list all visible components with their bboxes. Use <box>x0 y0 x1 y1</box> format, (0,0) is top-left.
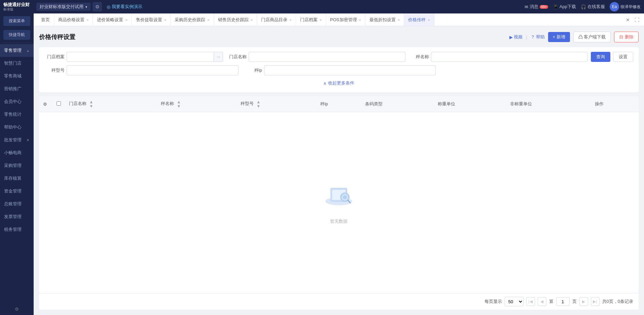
tab-price-scale[interactable]: 价格传秤 × <box>404 13 434 26</box>
close-icon[interactable]: × <box>125 18 127 22</box>
video-link[interactable]: ▶ 视频 <box>509 34 523 40</box>
table-settings-col[interactable]: ⚙ <box>39 96 52 112</box>
close-icon[interactable]: × <box>289 18 291 22</box>
sidebar-item-retail-management[interactable]: 零售管理 ▲ <box>0 44 34 57</box>
tab-sales-history[interactable]: 销售历史价跟踪 × <box>214 13 257 26</box>
sidebar-item-wholesale[interactable]: 批发管理 ▼ <box>0 134 34 146</box>
close-icon[interactable]: × <box>320 18 322 22</box>
tab-sale-extract[interactable]: 售价提取设置 × <box>132 13 171 26</box>
sidebar-item-label: 资金管理 <box>4 188 22 194</box>
tab-store-catalog[interactable]: 门店商品目录 × <box>257 13 296 26</box>
table-header-row: ⚙ 门店名称 ▲▼ 秤名称 ▲▼ <box>39 96 639 112</box>
sidebar-item-label: 批发管理 <box>4 137 22 143</box>
sidebar-item-finance[interactable]: 资金管理 <box>0 185 34 198</box>
sidebar-item-label: 会员中心 <box>4 99 22 105</box>
tab-label: 价格传秤 <box>408 17 426 23</box>
next-page-button[interactable]: ▶ <box>579 297 588 306</box>
close-icon[interactable]: × <box>428 18 430 22</box>
sidebar-item-purchase[interactable]: 采购管理 <box>0 159 34 172</box>
arrow-down-icon: ▼ <box>26 138 30 142</box>
sidebar-item-marketing[interactable]: 营销推广 <box>0 82 34 95</box>
chevron-down-icon: ▾ <box>85 5 87 9</box>
prev-page-button[interactable]: ◀ <box>538 297 546 306</box>
online-service-item[interactable]: 🎧 在线客服 <box>581 4 605 10</box>
version-label: 好业财标准版交付试用 <box>40 4 83 10</box>
query-button[interactable]: 查询 <box>591 52 610 62</box>
message-badge: 99+ <box>540 5 548 9</box>
sidebar-item-help-center[interactable]: 帮助中心 <box>0 121 34 134</box>
sidebar-item-member-center[interactable]: 会员中心 <box>0 95 34 108</box>
close-icon[interactable]: × <box>164 18 166 22</box>
collapse-button[interactable]: ∧ 收起更多条件 <box>44 79 633 88</box>
th-scale-model: 秤型号 ▲▼ <box>237 96 316 112</box>
quick-nav-button[interactable]: 快捷导航 <box>3 30 30 40</box>
version-selector[interactable]: 好业财标准版交付试用 ▾ <box>36 3 91 11</box>
help-link[interactable]: ？ 帮助 <box>531 34 545 40</box>
store-name-input[interactable] <box>249 52 405 62</box>
scale-name-input[interactable] <box>431 52 587 62</box>
tab-store-files[interactable]: 门店档案 × <box>296 13 326 26</box>
tab-purchase-strategy[interactable]: 进价策略设置 × <box>93 13 132 26</box>
sidebar-item-tax[interactable]: 税务管理 <box>0 223 34 236</box>
help-icon: ？ <box>531 34 535 40</box>
close-all-icon[interactable]: ✕ <box>624 16 631 23</box>
sidebar-item-retail-stats[interactable]: 零售统计 <box>0 108 34 121</box>
store-file-label: 门店档案 <box>44 54 65 60</box>
sidebar-item-invoice[interactable]: 发票管理 <box>0 210 34 223</box>
scale-name-label: 秤名称 <box>409 54 429 60</box>
tab-purchase-history[interactable]: 采购历史价跟踪 × <box>171 13 214 26</box>
close-icon[interactable]: × <box>398 18 400 22</box>
tab-home[interactable]: 首页 <box>37 13 54 26</box>
tab-min-discount[interactable]: 最低折扣设置 × <box>365 13 404 26</box>
message-item[interactable]: ✉ 消息 99+ <box>525 4 548 10</box>
sidebar-item-inventory[interactable]: 库存核算 <box>0 172 34 185</box>
settings-icon[interactable]: ⚙ <box>93 2 102 11</box>
page-input[interactable] <box>556 297 570 306</box>
tab-label: 售价提取设置 <box>136 17 162 23</box>
close-icon[interactable]: × <box>359 18 361 22</box>
store-file-input[interactable] <box>67 52 214 62</box>
first-page-button[interactable]: |◀ <box>526 297 535 306</box>
app-sub: 标准版 <box>3 7 34 11</box>
video-icon: ▶ <box>509 35 513 40</box>
sort-icon: ▲▼ <box>177 100 181 108</box>
app-download-item[interactable]: 📱 App下载 <box>553 4 576 10</box>
close-icon[interactable]: × <box>207 18 209 22</box>
sidebar-item-ecommerce[interactable]: 小畅电商 <box>0 146 34 159</box>
th-operation: 操作 <box>591 96 639 112</box>
demo-link[interactable]: ◎ 我要看实例演示 <box>107 4 142 10</box>
app-title: 畅捷通好业财 <box>3 2 34 7</box>
message-label: 消息 <box>530 4 538 10</box>
sidebar-gear-icon[interactable]: ⚙ <box>0 303 34 315</box>
sidebar-item-label: 帮助中心 <box>4 124 22 130</box>
message-icon: ✉ <box>525 4 528 9</box>
sidebar-item-retail-mall[interactable]: 零售商城 <box>0 70 34 82</box>
download-button[interactable]: 凸 客户端下载 <box>573 32 611 42</box>
sidebar-item-smart-store[interactable]: 智慧门店 <box>0 57 34 70</box>
sidebar-item-label: 发票管理 <box>4 214 22 220</box>
content-area: 首页 商品价格设置 × 进价策略设置 × 售价提取设置 × 采购历史价跟踪 × … <box>34 13 644 315</box>
sidebar-item-general-ledger[interactable]: 总账管理 <box>0 198 34 210</box>
page-content: 价格传秤设置 ▶ 视频 | ？ 帮助 + 新增 凸 客户端下载 自 删除 <box>34 26 644 315</box>
ellipsis-button[interactable]: ··· <box>214 52 223 62</box>
tab-product-price[interactable]: 商品价格设置 × <box>54 13 93 26</box>
per-page-select[interactable]: 10 20 50 100 <box>505 297 524 306</box>
select-all-checkbox[interactable] <box>57 101 61 106</box>
filter-row-1: 门店档案 ··· 门店名称 秤名称 <box>44 52 633 62</box>
close-icon[interactable]: × <box>251 18 253 22</box>
expand-icon[interactable]: ⛶ <box>633 16 641 23</box>
add-button[interactable]: + 新增 <box>548 32 570 42</box>
delete-button[interactable]: 自 删除 <box>614 32 639 42</box>
search-menu-button[interactable]: 搜索菜单 <box>3 16 30 26</box>
data-table: ⚙ 门店名称 ▲▼ 秤名称 ▲▼ <box>39 96 639 112</box>
tab-pos-encrypt[interactable]: POS加密管理 × <box>326 13 365 26</box>
setting-button[interactable]: 设置 <box>613 52 633 62</box>
close-icon[interactable]: × <box>86 18 88 22</box>
sidebar-item-label: 营销推广 <box>4 86 22 92</box>
last-page-button[interactable]: ▶| <box>591 297 600 306</box>
sort-icon: ▲▼ <box>256 100 261 108</box>
scale-ip-input[interactable] <box>264 65 436 75</box>
scale-model-input[interactable] <box>67 65 239 75</box>
user-item[interactable]: Ea 徐泽华修改 <box>610 2 641 11</box>
page-header: 价格传秤设置 ▶ 视频 | ？ 帮助 + 新增 凸 客户端下载 自 删除 <box>39 32 639 42</box>
